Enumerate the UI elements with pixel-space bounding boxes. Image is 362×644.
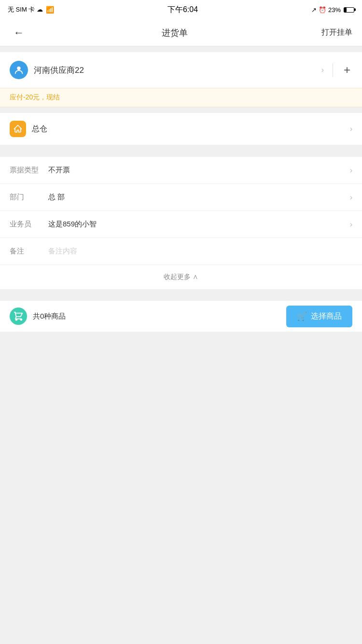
collapse-label: 收起更多 ∧ (164, 273, 198, 280)
salesperson-chevron-icon: › (350, 220, 352, 229)
location-icon: ↗ (311, 6, 317, 14)
invoice-type-row[interactable]: 票据类型 不开票 › (0, 157, 362, 184)
supplier-row[interactable]: 河南供应商22 › (10, 52, 324, 88)
remark-value: 备注内容 (48, 247, 352, 256)
status-right: ↗ ⏰ 23% (311, 6, 354, 14)
battery-tip (354, 9, 356, 11)
department-row[interactable]: 部门 总 部 › (0, 184, 362, 211)
product-count: 共0种商品 (33, 312, 286, 321)
salesperson-label: 业务员 (10, 220, 48, 229)
collapse-button[interactable]: 收起更多 ∧ (0, 265, 362, 289)
nav-bar: ← 进货单 打开挂单 (0, 19, 362, 46)
status-bar: 无 SIM 卡 ☁ 📶 下午6:04 ↗ ⏰ 23% (0, 0, 362, 19)
alarm-icon: ⏰ (319, 6, 326, 14)
notice-banner: 应付-20元，现结 (0, 88, 362, 107)
divider-2 (0, 107, 362, 113)
open-pending-button[interactable]: 打开挂单 (321, 28, 352, 38)
back-button[interactable]: ← (10, 25, 28, 41)
user-icon (14, 65, 24, 75)
supplier-name: 河南供应商22 (34, 65, 318, 76)
divider-1 (0, 46, 362, 52)
background-fill (0, 332, 362, 476)
supplier-section: 河南供应商22 › + (0, 52, 362, 88)
salesperson-value: 这是859的小智 (48, 220, 346, 229)
battery-fill (344, 8, 347, 12)
svg-point-0 (17, 67, 20, 70)
wifi-icon: 📶 (46, 6, 54, 14)
cart-icon (13, 311, 24, 322)
page-title: 进货单 (162, 27, 188, 39)
divider-4 (0, 289, 362, 295)
divider-3 (0, 145, 362, 151)
add-supplier-button[interactable]: + (342, 61, 352, 79)
invoice-type-label: 票据类型 (10, 166, 48, 175)
warehouse-icon (10, 121, 26, 137)
form-section: 票据类型 不开票 › 部门 总 部 › 业务员 这是859的小智 › 备注 备注… (0, 157, 362, 265)
warehouse-row[interactable]: 总仓 › (0, 113, 362, 145)
invoice-type-value: 不开票 (48, 166, 346, 175)
salesperson-row[interactable]: 业务员 这是859的小智 › (0, 211, 362, 238)
status-left: 无 SIM 卡 ☁ 📶 (8, 5, 54, 14)
select-product-button[interactable]: 🛒 选择商品 (286, 306, 352, 327)
home-icon (13, 124, 23, 134)
remark-row[interactable]: 备注 备注内容 (0, 238, 362, 265)
supplier-chevron-icon: › (321, 66, 324, 74)
select-product-label: 选择商品 (311, 311, 342, 322)
warehouse-chevron-icon: › (350, 125, 352, 133)
bottom-section: 共0种商品 🛒 选择商品 (0, 301, 362, 332)
select-product-icon: 🛒 (297, 311, 307, 322)
department-label: 部门 (10, 193, 48, 202)
battery-percent: 23% (328, 6, 341, 14)
department-value: 总 部 (48, 193, 346, 202)
notice-text: 应付-20元，现结 (10, 93, 60, 101)
warehouse-name: 总仓 (32, 124, 346, 134)
department-chevron-icon: › (350, 193, 352, 202)
supplier-divider (333, 63, 333, 77)
product-icon (10, 308, 27, 325)
status-time: 下午6:04 (167, 5, 198, 15)
remark-label: 备注 (10, 247, 48, 256)
invoice-type-chevron-icon: › (350, 166, 352, 175)
sim-label: 无 SIM 卡 ☁ (8, 5, 43, 14)
supplier-avatar (10, 61, 28, 79)
battery-indicator (344, 7, 354, 13)
